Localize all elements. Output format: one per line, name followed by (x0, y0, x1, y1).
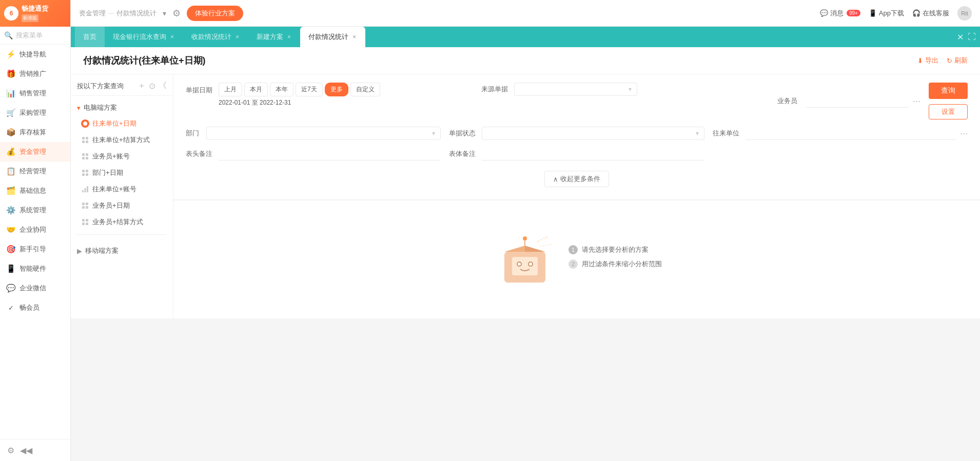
tab-new-label: 新建方案 (257, 32, 283, 42)
tab-payments-close[interactable]: × (351, 32, 357, 42)
sidebar-item-operation[interactable]: 📋 经营管理 (0, 162, 70, 181)
tab-receipts[interactable]: 收款情况统计 × (183, 27, 248, 47)
topbar: 资金管理 — 付款情况统计 ▾ ⚙ 体验行业方案 💬 消息 99+ 📱 App下… (71, 0, 980, 27)
sidebar-item-basic[interactable]: 🗂️ 基础信息 (0, 181, 70, 201)
scheme-settings-icon[interactable]: ⊙ (149, 81, 155, 91)
filter-cell-date: 单据日期 上月 本月 本年 近7天 更多 自定义 (186, 83, 473, 107)
sidebar-item-wechat[interactable]: 💬 企业微信 (0, 278, 70, 298)
inventory-icon: 📦 (6, 128, 15, 137)
page-header: 付款情况统计(往来单位+日期) ⬇ 导出 ↻ 刷新 (71, 47, 980, 74)
scheme-item-unit-account[interactable]: 往来单位+账号 (71, 181, 173, 197)
status-select[interactable]: ▾ (482, 127, 704, 140)
sidebar-item-fund[interactable]: 💰 资金管理 (0, 142, 70, 162)
app-download-action[interactable]: 📱 App下载 (869, 9, 904, 18)
tab-new[interactable]: 新建方案 × (248, 27, 300, 47)
online-service-action[interactable]: 🎧 在线客服 (912, 9, 949, 18)
main-content: 资金管理 — 付款情况统计 ▾ ⚙ 体验行业方案 💬 消息 99+ 📱 App下… (71, 0, 980, 461)
scheme-item-staff-account-icon (81, 152, 89, 161)
sidebar-item-member[interactable]: ✓ 畅会员 (0, 298, 70, 317)
date-btn-this-month[interactable]: 本月 (244, 83, 268, 96)
date-btn-7days[interactable]: 近7天 (296, 83, 323, 96)
svg-rect-18 (82, 206, 85, 209)
member-icon: ✓ (6, 303, 15, 312)
tab-cashflow-close[interactable]: × (169, 32, 175, 42)
collapse-sidebar-icon[interactable]: ◀◀ (21, 445, 32, 456)
sidebar-item-quicknav[interactable]: ⚡ 快捷导航 (0, 45, 70, 64)
date-btn-this-year[interactable]: 本年 (270, 83, 293, 96)
scheme-item-unit-date[interactable]: 往来单位+日期 (71, 115, 173, 132)
scheme-add-icon[interactable]: ＋ (138, 81, 146, 91)
filter-cell-source: 来源单据 ▾ (481, 83, 769, 96)
tab-home[interactable]: 首页 (75, 27, 105, 47)
date-btn-custom[interactable]: 自定义 (350, 83, 380, 96)
date-btn-last-month[interactable]: 上月 (219, 83, 242, 96)
sidebar-item-system[interactable]: ⚙️ 系统管理 (0, 201, 70, 220)
tab-close-all-icon[interactable]: ✕ (957, 32, 964, 42)
scheme-group-mobile-label: 移动端方案 (85, 246, 119, 255)
sidebar-item-hardware[interactable]: 📱 智能硬件 (0, 259, 70, 278)
dept-select[interactable]: ▾ (206, 127, 441, 140)
source-select[interactable]: ▾ (514, 83, 637, 96)
export-action[interactable]: ⬇ 导出 (917, 56, 938, 65)
sidebar-item-label: 快捷导航 (19, 50, 46, 59)
empty-state-illustration (492, 231, 558, 288)
tab-expand-icon[interactable]: ⛶ (968, 32, 976, 42)
sidebar-item-purchase[interactable]: 🛒 采购管理 (0, 103, 70, 123)
settings-footer-icon[interactable]: ⚙ (5, 445, 16, 456)
filter-row-1: 单据日期 上月 本月 本年 近7天 更多 自定义 (186, 83, 968, 119)
scheme-group-desktop-title[interactable]: ▾ 电脑端方案 (71, 100, 173, 115)
content-area: 付款情况统计(往来单位+日期) ⬇ 导出 ↻ 刷新 (71, 47, 980, 461)
dropdown-chevron-icon[interactable]: ▾ (163, 9, 166, 17)
unit-label: 往来单位 (713, 129, 741, 138)
filter-cell-status: 单据状态 ▾ (449, 127, 704, 140)
unit-input[interactable] (746, 127, 956, 140)
svg-rect-3 (82, 141, 85, 143)
header-note-input[interactable] (219, 147, 441, 161)
collapse-more-button[interactable]: ∧ 收起更多条件 (544, 171, 609, 187)
sidebar-item-marketing[interactable]: 🎁 营销推广 (0, 64, 70, 84)
trial-button[interactable]: 体验行业方案 (187, 6, 243, 21)
staff-dots-icon[interactable]: ··· (913, 96, 920, 107)
body-note-input[interactable] (482, 147, 704, 161)
unit-dots-icon[interactable]: ··· (960, 128, 968, 139)
staff-input[interactable] (806, 94, 909, 108)
scheme-item-unit-settle-label: 往来单位+结算方式 (92, 135, 150, 145)
scheme-item-unit-account-icon (81, 185, 89, 193)
tab-receipts-close[interactable]: × (234, 32, 240, 42)
settings-button[interactable]: 设置 (929, 104, 968, 119)
tab-cashflow[interactable]: 现金银行流水查询 × (105, 27, 183, 47)
sidebar-search[interactable]: 🔍 搜索菜单 (0, 27, 70, 45)
user-avatar[interactable]: Rit (957, 6, 972, 21)
filter-area: 单据日期 上月 本月 本年 近7天 更多 自定义 (173, 74, 980, 200)
refresh-action[interactable]: ↻ 刷新 (947, 56, 968, 65)
sidebar-item-collab[interactable]: 🤝 企业协同 (0, 220, 70, 239)
scheme-item-dept-date-label: 部门+日期 (92, 168, 123, 177)
scheme-group-mobile-title[interactable]: ▶ 移动端方案 (71, 243, 173, 258)
main-right: 单据日期 上月 本月 本年 近7天 更多 自定义 (173, 74, 980, 318)
tab-new-close[interactable]: × (286, 32, 292, 42)
body-note-label: 表体备注 (449, 149, 478, 158)
scheme-item-staff-date[interactable]: 业务员+日期 (71, 197, 173, 214)
scheme-collapse-icon[interactable]: 《 (159, 81, 167, 91)
messages-action[interactable]: 💬 消息 99+ (820, 9, 860, 18)
scheme-item-dept-date[interactable]: 部门+日期 (71, 165, 173, 181)
query-button[interactable]: 查询 (929, 83, 968, 99)
sidebar-item-guide[interactable]: 🎯 新手引导 (0, 239, 70, 259)
sidebar-item-sales[interactable]: 📊 销售管理 (0, 84, 70, 103)
gear-icon[interactable]: ⚙ (172, 8, 181, 19)
status-label: 单据状态 (449, 129, 478, 138)
scheme-item-staff-settle[interactable]: 业务员+结算方式 (71, 214, 173, 230)
sidebar-item-label: 经营管理 (19, 167, 46, 176)
svg-marker-26 (525, 246, 545, 252)
date-btn-group: 上月 本月 本年 近7天 更多 自定义 (219, 83, 380, 96)
date-btn-more[interactable]: 更多 (325, 83, 348, 96)
date-control: 上月 本月 本年 近7天 更多 自定义 2022-01-01 至 2022-12… (219, 83, 380, 107)
svg-marker-25 (504, 246, 525, 252)
sidebar-item-inventory[interactable]: 📦 库存核算 (0, 123, 70, 142)
tab-payments[interactable]: 付款情况统计 × (300, 27, 365, 47)
dept-select-arrow-icon: ▾ (432, 130, 435, 137)
operation-icon: 📋 (6, 167, 15, 176)
scheme-item-staff-account[interactable]: 业务员+账号 (71, 148, 173, 165)
search-icon: 🔍 (4, 31, 13, 39)
scheme-item-unit-settle[interactable]: 往来单位+结算方式 (71, 132, 173, 148)
